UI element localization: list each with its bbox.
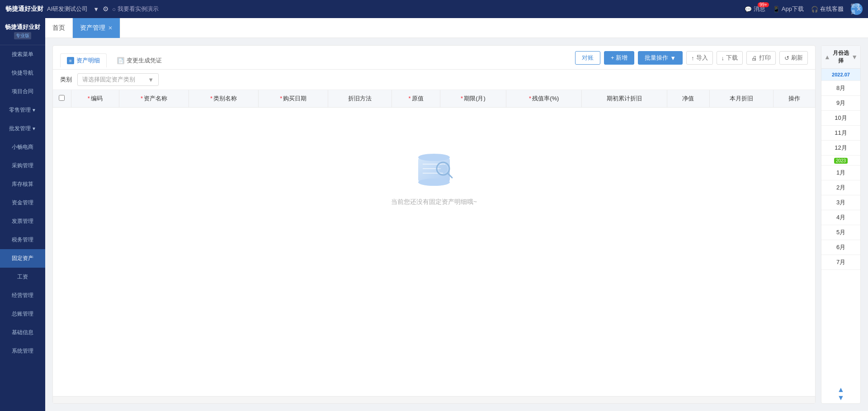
tab-asset[interactable]: 资产管理 ✕	[73, 18, 120, 38]
add-button[interactable]: + 新增	[604, 51, 634, 65]
empty-illustration	[407, 144, 461, 189]
sidebar-item-finance[interactable]: 资金管理	[0, 194, 45, 212]
empty-text: 当前您还没有固定资产明细哦~	[391, 198, 477, 206]
sidebar-item-retail[interactable]: 零售管理 ▼	[0, 101, 45, 119]
reconcile-button[interactable]: 对账	[575, 51, 600, 65]
sub-tab-detail[interactable]: ≡ 资产明细	[60, 53, 107, 67]
message-badge: 99+	[758, 2, 769, 7]
month-item-2023-3[interactable]: 3月	[821, 195, 860, 210]
voucher-tab-icon: 📄	[117, 57, 124, 64]
sidebar-item-ledger[interactable]: 总账管理	[0, 305, 45, 323]
close-button[interactable]: ✕	[850, 0, 868, 18]
asset-table: *编码 *资产名称 *类别名称 *购买日期 折旧方法 *原值 *期限(月) *残…	[53, 90, 815, 396]
asset-tab-label: 资产管理	[80, 24, 105, 32]
col-category: *类别名称	[189, 90, 259, 108]
col-period: *期限(月)	[440, 90, 506, 108]
sidebar-item-wholesale[interactable]: 批发管理 ▼	[0, 119, 45, 138]
sidebar-item-fixedasset[interactable]: 固定资产	[0, 249, 45, 268]
sidebar-item-quicknav[interactable]: 快捷导航	[0, 64, 45, 82]
wholesale-arrow-icon: ▼	[32, 126, 36, 131]
phone-icon: 📱	[773, 6, 780, 13]
detail-tab-label: 资产明细	[76, 57, 100, 65]
main-panel: ≡ 资产明细 📄 变更生成凭证 对账 + 新增 批量操作 ▼	[52, 45, 816, 404]
month-panel-up-arrow[interactable]: ▲	[824, 53, 830, 61]
message-icon: 💬	[745, 6, 752, 13]
month-item-2022-8[interactable]: 8月	[821, 81, 860, 96]
tab-bar: 首页 资产管理 ✕	[45, 18, 868, 38]
message-button[interactable]: 💬 消息 99+	[745, 5, 765, 13]
col-action: 操作	[773, 90, 815, 108]
top-bar-left: 畅捷通好业财 AI研发测试公司 ▼ ⚙ ○ 我要看实例演示	[5, 5, 159, 13]
minimize-button[interactable]: ─	[814, 0, 832, 18]
app-download-button[interactable]: 📱 App下载	[773, 5, 804, 13]
month-item-2023-5[interactable]: 5月	[821, 225, 860, 240]
col-original-value: *原值	[392, 90, 440, 108]
col-name: *资产名称	[119, 90, 189, 108]
sidebar-item-tax[interactable]: 税务管理	[0, 231, 45, 249]
refresh-icon: ↺	[784, 55, 789, 61]
sidebar: 畅捷通好业财 专业版 搜索菜单 快捷导航 项目合同 零售管理 ▼ 批发管理 ▼ …	[0, 18, 45, 411]
import-button[interactable]: ↑ 导入	[686, 51, 713, 65]
demo-icon: ○	[112, 6, 116, 13]
sidebar-item-contract[interactable]: 项目合同	[0, 82, 45, 101]
month-item-2023-7[interactable]: 7月	[821, 255, 860, 270]
download-icon: ↓	[722, 55, 725, 61]
brand-name: 畅捷通好业财	[4, 24, 42, 31]
month-item-2022-9[interactable]: 9月	[821, 96, 860, 111]
page-content: ≡ 资产明细 📄 变更生成凭证 对账 + 新增 批量操作 ▼	[45, 38, 868, 411]
demo-link[interactable]: ○ 我要看实例演示	[112, 5, 159, 13]
sidebar-item-search[interactable]: 搜索菜单	[0, 45, 45, 64]
select-all-checkbox[interactable]	[59, 95, 65, 101]
retail-arrow-icon: ▼	[32, 108, 36, 113]
month-item-2022-12[interactable]: 12月	[821, 141, 860, 156]
batch-label: 批量操作	[645, 54, 668, 62]
month-year-2023-badge: 2023	[821, 156, 860, 165]
print-icon: 🖨	[751, 55, 757, 61]
sub-tab-voucher[interactable]: 📄 变更生成凭证	[110, 53, 169, 67]
detail-tab-icon: ≡	[67, 57, 74, 64]
filter-row: 类别 请选择固定资产类别 ▼	[53, 70, 815, 90]
empty-state: 当前您还没有固定资产明细哦~	[53, 108, 815, 242]
category-filter-select[interactable]: 请选择固定资产类别 ▼	[77, 73, 159, 86]
month-scroll-down-icon[interactable]: ▼	[837, 394, 844, 402]
month-panel: ▲ 月份选择 ▼ 2022.07 8月 9月 10月 11月 12月 2023 …	[821, 45, 861, 404]
content-area: 首页 资产管理 ✕ ≡ 资产明细 📄	[45, 18, 868, 411]
batch-button[interactable]: 批量操作 ▼	[638, 51, 683, 65]
asset-tab-close-icon[interactable]: ✕	[108, 25, 113, 31]
month-item-2023-2[interactable]: 2月	[821, 180, 860, 195]
voucher-tab-label: 变更生成凭证	[127, 57, 162, 65]
sidebar-item-invoice[interactable]: 发票管理	[0, 212, 45, 231]
month-panel-header: ▲ 月份选择 ▼	[821, 46, 860, 69]
month-item-2023-6[interactable]: 6月	[821, 240, 860, 255]
month-item-current-year: 2022.07	[821, 69, 860, 81]
month-panel-down-arrow[interactable]: ▼	[851, 53, 858, 61]
col-net-value: 净值	[667, 90, 709, 108]
sidebar-item-salary[interactable]: 工资	[0, 268, 45, 286]
col-purchase-date: *购买日期	[259, 90, 328, 108]
company-dropdown-icon[interactable]: ▼	[93, 6, 99, 13]
horizontal-scrollbar[interactable]	[53, 396, 815, 403]
refresh-button[interactable]: ↺ 刷新	[779, 51, 808, 65]
sidebar-item-ecommerce[interactable]: 小畅电商	[0, 138, 45, 156]
sub-tab-left: ≡ 资产明细 📄 变更生成凭证	[60, 53, 169, 67]
month-item-2022-10[interactable]: 10月	[821, 111, 860, 126]
month-item-2023-4[interactable]: 4月	[821, 210, 860, 225]
settings-icon[interactable]: ⚙	[103, 5, 108, 13]
import-icon: ↑	[691, 55, 694, 61]
month-panel-arrows: ▲ ▼	[821, 384, 860, 403]
sidebar-item-inventory[interactable]: 库存核算	[0, 175, 45, 194]
tab-home[interactable]: 首页	[45, 18, 73, 38]
download-button[interactable]: ↓ 下载	[717, 51, 743, 65]
svg-point-2	[418, 154, 450, 161]
col-code: *编码	[71, 90, 119, 108]
month-item-2022-11[interactable]: 11月	[821, 126, 860, 141]
sidebar-item-baseinfo[interactable]: 基础信息	[0, 323, 45, 342]
sidebar-item-system[interactable]: 系统管理	[0, 342, 45, 360]
month-item-2023-1[interactable]: 1月	[821, 165, 860, 180]
sidebar-item-purchase[interactable]: 采购管理	[0, 156, 45, 175]
month-scroll-up-icon[interactable]: ▲	[837, 386, 844, 393]
print-button[interactable]: 🖨 打印	[746, 51, 776, 65]
maximize-button[interactable]: □	[832, 0, 850, 18]
company-name[interactable]: AI研发测试公司	[47, 5, 88, 13]
sidebar-item-operation[interactable]: 经营管理	[0, 286, 45, 305]
